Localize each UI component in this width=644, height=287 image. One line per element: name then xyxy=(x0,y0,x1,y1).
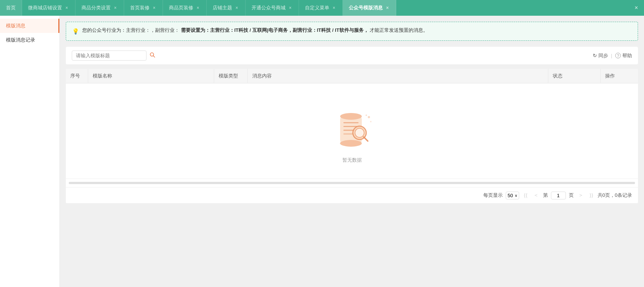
sidebar: 模版消息 模版消息记录 xyxy=(0,16,60,287)
search-right: ↻ 同步 | ? 帮助 xyxy=(593,52,632,59)
search-input[interactable] xyxy=(72,51,147,61)
tab-open-mall-close[interactable]: × xyxy=(288,5,293,11)
help-icon: ? xyxy=(615,53,621,58)
total-info: 共0页，0条记录 xyxy=(598,192,632,199)
tab-product-decoration-label: 商品页装修 xyxy=(169,4,193,11)
sync-icon: ↻ xyxy=(593,53,597,58)
th-status: 状态 xyxy=(548,69,601,83)
content-area: 💡 您的公众号行业为：主营行业：，副营行业： 需要设置为：主营行业：IT科技 /… xyxy=(60,16,644,287)
page-number-input[interactable] xyxy=(551,192,566,199)
help-label: 帮助 xyxy=(622,52,632,59)
tab-home-decoration-label: 首页装修 xyxy=(130,4,150,11)
main-layout: 模版消息 模版消息记录 💡 您的公众号行业为：主营行业：，副营行业： 需要设置为… xyxy=(0,16,644,287)
svg-point-11 xyxy=(355,128,364,137)
tab-category-settings-close[interactable]: × xyxy=(113,5,118,11)
empty-illustration xyxy=(330,106,375,151)
tab-home[interactable]: 首页 xyxy=(0,0,22,16)
tab-store-theme-label: 店铺主题 xyxy=(213,4,232,11)
tab-store-theme-close[interactable]: × xyxy=(234,5,239,11)
scrollbar-area xyxy=(66,178,638,187)
th-name: 模版名称 xyxy=(88,69,214,83)
search-bar: ↻ 同步 | ? 帮助 xyxy=(66,47,638,64)
tab-open-mall[interactable]: 开通公众号商城 × xyxy=(246,0,299,16)
tab-custom-menu-close[interactable]: × xyxy=(332,5,336,11)
divider: | xyxy=(611,53,612,58)
empty-state: 暂无数据 xyxy=(66,83,638,178)
per-page-value: 50 xyxy=(508,193,513,198)
sidebar-item-template-msg-label: 模版消息 xyxy=(6,23,25,28)
horizontal-scrollbar[interactable] xyxy=(69,182,635,184)
tab-custom-menu[interactable]: 自定义菜单 × xyxy=(299,0,343,16)
th-seq: 序号 xyxy=(66,69,88,83)
sync-button[interactable]: ↻ 同步 xyxy=(593,52,608,59)
th-action: 操作 xyxy=(601,69,638,83)
svg-point-13 xyxy=(368,116,370,118)
pagination: 每页显示 50 ∨ ⟨⟨ ＜ 第 页 ＞ ⟩⟩ 共0页，0条记录 xyxy=(66,187,638,203)
notice-icon: 💡 xyxy=(72,27,79,36)
tab-category-settings[interactable]: 商品分类设置 × xyxy=(76,0,124,16)
page-next-button[interactable]: ＞ xyxy=(577,191,585,199)
sidebar-item-template-msg-record-label: 模版消息记录 xyxy=(6,37,35,43)
page-label: 第 xyxy=(543,192,548,199)
svg-point-15 xyxy=(366,115,367,116)
search-icon xyxy=(150,52,155,58)
svg-point-14 xyxy=(370,121,372,122)
per-page-chevron-icon: ∨ xyxy=(515,193,517,198)
page-last-button[interactable]: ⟩⟩ xyxy=(588,192,595,199)
tab-shop-settings-label: 微商城店铺设置 xyxy=(28,4,62,11)
th-type: 模版类型 xyxy=(214,69,248,83)
sidebar-item-template-msg-record[interactable]: 模版消息记录 xyxy=(0,33,59,47)
tab-template-msg[interactable]: 公众号模版消息 × xyxy=(343,0,396,16)
tab-category-settings-label: 商品分类设置 xyxy=(81,4,111,11)
tab-product-decoration[interactable]: 商品页装修 × xyxy=(163,0,207,16)
search-button[interactable] xyxy=(150,52,155,59)
notice-suffix: 才能正常发送预置的消息。 xyxy=(370,27,428,33)
tab-custom-menu-label: 自定义菜单 xyxy=(305,4,329,11)
empty-text: 暂无数据 xyxy=(342,157,362,164)
tab-store-theme[interactable]: 店铺主题 × xyxy=(207,0,246,16)
page-unit: 页 xyxy=(569,192,574,199)
tab-home-decoration[interactable]: 首页装修 × xyxy=(124,0,163,16)
help-button[interactable]: ? 帮助 xyxy=(615,52,632,59)
sync-label: 同步 xyxy=(598,52,608,59)
svg-point-4 xyxy=(340,113,362,120)
tab-template-msg-close[interactable]: × xyxy=(385,5,390,11)
svg-point-5 xyxy=(340,140,362,147)
tab-product-decoration-close[interactable]: × xyxy=(195,5,200,11)
tab-bar-close-all[interactable]: × xyxy=(629,4,644,11)
tab-shop-settings[interactable]: 微商城店铺设置 × xyxy=(22,0,76,16)
th-content: 消息内容 xyxy=(248,69,548,83)
page-first-button[interactable]: ⟨⟨ xyxy=(522,192,529,199)
per-page-label: 每页显示 xyxy=(483,192,503,199)
tab-bar: 首页 微商城店铺设置 × 商品分类设置 × 首页装修 × 商品页装修 × 店铺主… xyxy=(0,0,644,16)
tab-open-mall-label: 开通公众号商城 xyxy=(252,4,286,11)
tab-shop-settings-close[interactable]: × xyxy=(64,5,69,11)
per-page-select[interactable]: 50 ∨ xyxy=(506,192,519,199)
sidebar-item-template-msg[interactable]: 模版消息 xyxy=(0,19,59,33)
tab-home-decoration-close[interactable]: × xyxy=(152,5,157,11)
tab-home-label: 首页 xyxy=(6,4,16,11)
svg-line-1 xyxy=(153,56,155,57)
table-header: 序号 模版名称 模版类型 消息内容 状态 操作 xyxy=(66,69,638,83)
tab-template-msg-label: 公众号模版消息 xyxy=(349,4,383,11)
notice-prefix: 您的公众号行业为：主营行业：，副营行业： xyxy=(82,27,179,33)
svg-line-12 xyxy=(364,137,368,141)
notice-box: 💡 您的公众号行业为：主营行业：，副营行业： 需要设置为：主营行业：IT科技 /… xyxy=(66,22,638,41)
data-table: 序号 模版名称 模版类型 消息内容 状态 操作 xyxy=(66,69,638,203)
page-prev-button[interactable]: ＜ xyxy=(532,191,540,199)
search-left xyxy=(72,51,155,61)
notice-text: 您的公众号行业为：主营行业：，副营行业： 需要设置为：主营行业：IT科技 / 互… xyxy=(82,27,428,34)
notice-highlight: 需要设置为：主营行业：IT科技 / 互联网|电子商务，副营行业：IT科技 / I… xyxy=(181,27,369,33)
